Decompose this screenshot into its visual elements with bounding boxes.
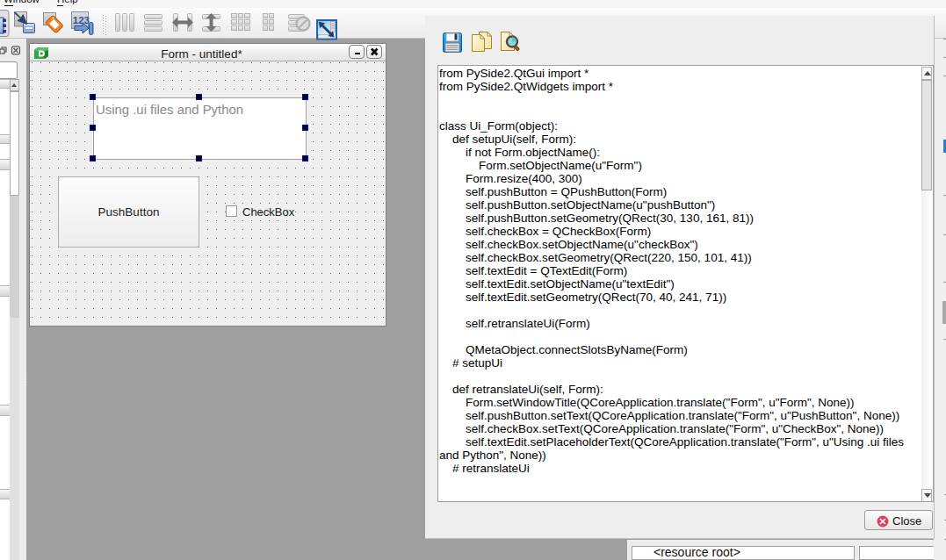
svg-text:123: 123 (73, 15, 90, 25)
